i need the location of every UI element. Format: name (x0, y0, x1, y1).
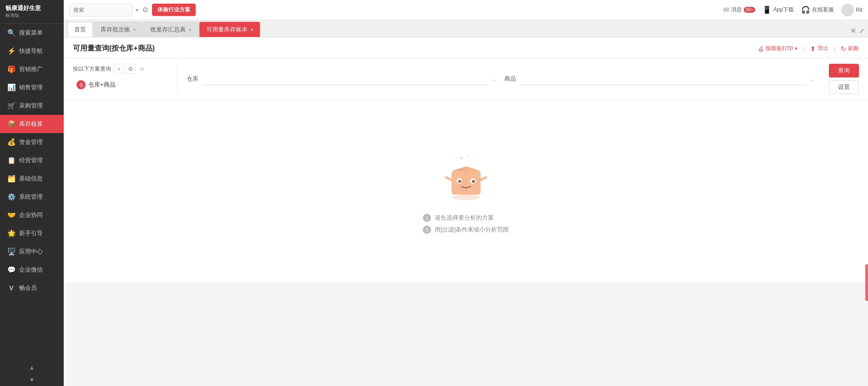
sidebar-item-label: 采购管理 (19, 102, 43, 110)
app-download-btn[interactable]: 📱 App下载 (762, 5, 794, 14)
tab-close-icon[interactable]: × (133, 27, 136, 32)
warehouse-input[interactable] (202, 72, 488, 85)
tab-batch-account[interactable]: 库存批次账 × (94, 22, 142, 37)
chat-icon: 💬 (7, 266, 15, 274)
tip-number-1: 1 (423, 214, 431, 222)
username: Rit (856, 7, 863, 13)
svg-point-12 (467, 154, 469, 156)
product-more-btn[interactable]: ... (810, 76, 814, 82)
add-scheme-btn[interactable]: ＋ (114, 64, 124, 74)
sidebar-item-label: 搜索菜单 (19, 29, 43, 37)
edit-scheme-btn[interactable]: ⚙ (126, 64, 136, 74)
sidebar-item-label: 经营管理 (19, 156, 43, 165)
page-header: 可用量查询(按仓库+商品) 🖨 按模板打印 ▾ | ⬆ 导出 | ↻ 刷新 (64, 37, 868, 58)
tab-available-ledger[interactable]: 可用量库存账本 × (199, 22, 260, 37)
vip-icon: V (7, 284, 15, 292)
sidebar-item-enterprise-coop[interactable]: 🤝 企业协同 (0, 206, 64, 224)
refresh-btn[interactable]: ↻ 刷新 (841, 45, 859, 52)
svg-point-6 (472, 180, 475, 183)
sidebar: 畅康通好生意 标准版 🔍 搜索菜单 ⚡ 快捷导航 🎁 营销推广 📊 销售管理 🛒… (0, 0, 64, 386)
online-service-label: 在线客服 (812, 6, 834, 14)
scheme-icon: 仓 (76, 80, 86, 89)
sidebar-item-label: 企业协同 (19, 211, 43, 219)
divider: | (803, 45, 804, 52)
sidebar-item-enterprise-wechat[interactable]: 💬 企业微信 (0, 261, 64, 279)
sidebar-item-basic-info[interactable]: 🗂️ 基础信息 (0, 170, 64, 188)
scheme-label: 仓库+商品 (88, 81, 116, 89)
filter-section-title: 按以下方案查询 (73, 65, 111, 73)
svg-line-8 (481, 177, 486, 180)
filter-left-header: 按以下方案查询 ＋ ⚙ « (73, 64, 172, 74)
warehouse-label: 仓库 (187, 75, 198, 83)
sidebar-item-sales-mgmt[interactable]: 📊 销售管理 (0, 78, 64, 97)
sidebar-item-app-center[interactable]: 🖥️ 应用中心 (0, 242, 64, 261)
refresh-icon: ↻ (841, 45, 846, 52)
headset-icon: 🎧 (801, 5, 810, 14)
sidebar-item-sys-mgmt[interactable]: ⚙️ 系统管理 (0, 188, 64, 206)
tab-label: 库存批次账 (101, 26, 130, 34)
svg-line-7 (446, 177, 452, 180)
svg-point-9 (454, 182, 458, 186)
sidebar-item-new-guide[interactable]: 🌟 新手引导 (0, 224, 64, 242)
tab-label: 可用量库存账本 (206, 26, 248, 34)
print-template-btn[interactable]: 🖨 按模板打印 ▾ (757, 45, 797, 52)
export-label: 导出 (817, 45, 828, 52)
empty-tip-1: 1 请先选择要分析的方案 (423, 214, 509, 222)
close-all-tabs-icon[interactable]: ✕ (850, 26, 856, 35)
online-service-btn[interactable]: 🎧 在线客服 (801, 5, 834, 14)
tab-collect-summary[interactable]: 收发存汇总表 × (143, 22, 198, 37)
export-btn[interactable]: ⬆ 导出 (810, 45, 828, 52)
user-profile[interactable]: Rit (841, 4, 863, 16)
collapse-filter-icon[interactable]: « (140, 65, 144, 73)
tab-close-icon[interactable]: × (188, 27, 191, 32)
export-icon: ⬆ (810, 45, 816, 52)
settings-btn[interactable]: 设置 (829, 80, 859, 94)
money-icon: 💰 (7, 138, 15, 146)
sidebar-item-label: 基础信息 (19, 175, 43, 183)
filter-actions: 查询 设置 (829, 64, 859, 94)
query-btn[interactable]: 查询 (829, 64, 859, 77)
tab-label: 首页 (74, 26, 86, 34)
print-icon: 🖨 (757, 45, 764, 52)
tip-number-2: 2 (423, 226, 431, 234)
expand-icon[interactable]: ⤢ (859, 27, 864, 35)
cart-icon: 🛒 (7, 102, 15, 110)
message-btn[interactable]: ✉ 消息 99+ (723, 5, 755, 14)
sidebar-item-inventory[interactable]: 📦 库存核算 (0, 115, 64, 133)
message-icon: ✉ (723, 5, 729, 14)
filter-left-icons: ＋ ⚙ (114, 64, 136, 74)
tab-close-icon[interactable]: × (250, 27, 253, 32)
sidebar-header: 畅康通好生意 标准版 (0, 0, 64, 24)
warehouse-more-btn[interactable]: ... (492, 76, 497, 82)
sidebar-item-marketing-promo[interactable]: 🎁 营销推广 (0, 60, 64, 78)
settings-icon[interactable]: ⚙ (142, 5, 148, 14)
clipboard-icon: 📋 (7, 156, 15, 165)
sidebar-item-label: 新手引导 (19, 229, 43, 237)
sidebar-item-label: 快捷导航 (19, 47, 43, 55)
chevron-down-icon[interactable]: ▾ (136, 7, 138, 13)
sidebar-scroll-up[interactable]: ▲ (0, 361, 64, 374)
sidebar-item-label: 系统管理 (19, 193, 43, 201)
tip-text-2: 用[过滤]条件来缩小分析范围 (435, 226, 509, 234)
sidebar-scroll-down[interactable]: ▼ (0, 374, 64, 386)
topbar-search-input[interactable] (69, 4, 133, 16)
sidebar-item-ops-mgmt[interactable]: 📋 经营管理 (0, 151, 64, 170)
message-label: 消息 (731, 6, 742, 14)
sidebar-item-vip[interactable]: V 畅会员 (0, 279, 64, 297)
sidebar-item-quick-nav[interactable]: ⚡ 快捷导航 (0, 42, 64, 60)
filter-scheme-item[interactable]: 仓 仓库+商品 (73, 77, 172, 92)
tip-text-1: 请先选择要分析的方案 (435, 214, 494, 222)
avatar (841, 4, 854, 16)
tab-home[interactable]: 首页 (67, 22, 93, 37)
product-input[interactable] (520, 72, 806, 85)
industry-btn[interactable]: 体验行业方案 (152, 4, 196, 16)
product-label: 商品 (504, 75, 516, 83)
sidebar-item-purchase-mgmt[interactable]: 🛒 采购管理 (0, 97, 64, 115)
filter-area: 按以下方案查询 ＋ ⚙ « 仓 仓库+商品 仓库 ... (64, 58, 868, 100)
dropdown-chevron-icon: ▾ (795, 46, 797, 51)
phone-icon: 📱 (762, 5, 772, 14)
chart-icon: 📊 (7, 83, 15, 92)
sidebar-item-search[interactable]: 🔍 搜索菜单 (0, 24, 64, 42)
sidebar-item-finance-mgmt[interactable]: 💰 资金管理 (0, 133, 64, 151)
lightning-icon: ⚡ (7, 47, 15, 55)
